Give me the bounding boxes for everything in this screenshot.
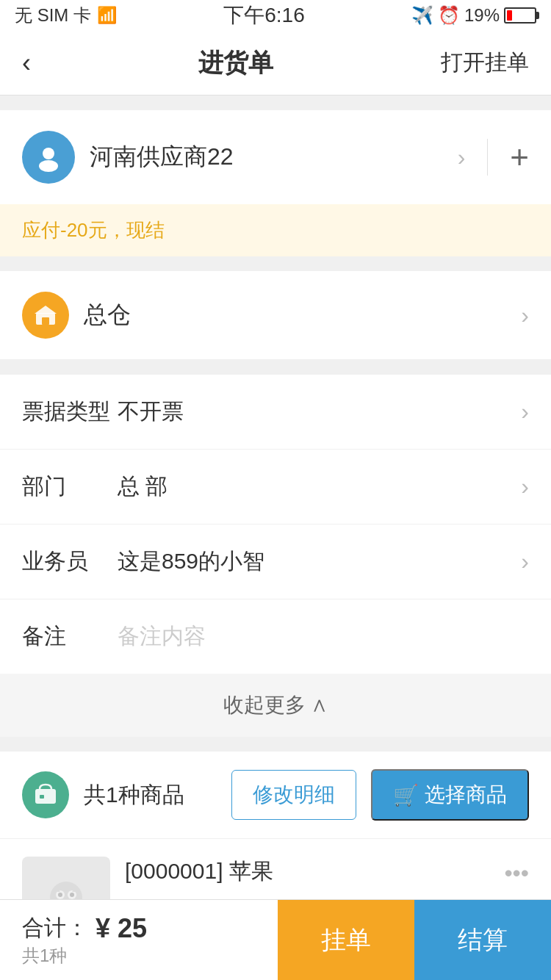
dept-chevron-icon: ›: [521, 473, 529, 500]
remark-row[interactable]: 备注 备注内容: [0, 599, 551, 674]
dept-value: 总 部: [118, 472, 521, 502]
battery-icon: [504, 7, 536, 24]
total-amount: ¥ 25: [96, 913, 147, 944]
svg-point-1: [39, 160, 58, 172]
sales-chevron-icon: ›: [521, 548, 529, 575]
supplier-avatar: [22, 131, 75, 184]
product-icon: [22, 771, 69, 818]
dept-row[interactable]: 部门 总 部 ›: [0, 449, 551, 524]
select-product-button[interactable]: 🛒 选择商品: [371, 769, 529, 821]
total-label: 合计：: [22, 913, 88, 944]
gap-2: [0, 256, 551, 271]
warehouse-icon: [22, 292, 69, 339]
location-icon: ✈️: [411, 5, 433, 26]
notice-text: 应付-20元，现结: [22, 219, 165, 241]
product-code: [0000001]: [125, 859, 229, 883]
total-sub-label: 共1种: [22, 944, 256, 968]
sales-label: 业务员: [22, 547, 118, 577]
alarm-icon: ⏰: [438, 5, 460, 26]
remark-label: 备注: [22, 621, 118, 652]
carrier-label: 无 SIM 卡: [15, 4, 91, 27]
back-button[interactable]: ‹: [22, 48, 31, 79]
product-name: [0000001] 苹果: [125, 857, 489, 887]
add-supplier-button[interactable]: +: [510, 139, 529, 176]
invoice-value: 不开票: [118, 397, 521, 427]
invoice-row[interactable]: 票据类型 不开票 ›: [0, 374, 551, 449]
battery-fill: [507, 10, 512, 21]
cart-icon: 🛒: [393, 783, 419, 807]
warehouse-row[interactable]: 总仓 ›: [0, 271, 551, 359]
sales-row[interactable]: 业务员 这是859的小智 ›: [0, 524, 551, 599]
warehouse-section: 总仓 ›: [0, 271, 551, 359]
supplier-row[interactable]: 河南供应商22 › +: [0, 110, 551, 204]
svg-point-11: [70, 893, 74, 897]
product-header: 共1种商品 修改明细 🛒 选择商品: [0, 752, 551, 838]
supplier-name: 河南供应商22: [90, 141, 458, 173]
svg-rect-6: [40, 795, 44, 799]
product-count: 共1种商品: [84, 780, 217, 810]
hold-button[interactable]: 挂单: [278, 900, 414, 981]
page-title: 进货单: [198, 46, 273, 80]
status-right: ✈️ ⏰ 19%: [411, 5, 536, 26]
svg-rect-5: [35, 789, 56, 804]
sales-value: 这是859的小智: [118, 547, 521, 577]
checkout-button[interactable]: 结算: [414, 900, 551, 981]
total-label-row: 合计： ¥ 25: [22, 913, 256, 944]
time-label: 下午6:16: [223, 1, 305, 29]
warehouse-chevron-icon: ›: [521, 302, 529, 329]
invoice-chevron-icon: ›: [521, 398, 529, 425]
status-left: 无 SIM 卡 📶: [15, 4, 117, 27]
collapse-label: 收起更多 ∧: [223, 693, 328, 716]
divider: [487, 139, 488, 176]
hold-label: 挂单: [321, 923, 371, 957]
total-section: 合计： ¥ 25 共1种: [0, 913, 278, 968]
supplier-chevron-icon: ›: [458, 144, 466, 171]
edit-detail-button[interactable]: 修改明细: [231, 770, 356, 820]
gap-3: [0, 359, 551, 374]
select-product-label: 选择商品: [425, 781, 507, 809]
wifi-icon: 📶: [97, 6, 117, 25]
bottom-bar: 合计： ¥ 25 共1种 挂单 结算: [0, 899, 551, 980]
battery-percent: 19%: [464, 5, 500, 26]
invoice-label: 票据类型: [22, 397, 118, 427]
supplier-right: › +: [458, 139, 529, 176]
svg-point-10: [58, 893, 62, 897]
checkout-label: 结算: [458, 923, 508, 957]
product-title: 苹果: [229, 859, 273, 883]
dept-label: 部门: [22, 472, 118, 502]
status-bar: 无 SIM 卡 📶 下午6:16 ✈️ ⏰ 19%: [0, 0, 551, 31]
svg-marker-3: [35, 306, 57, 314]
svg-rect-4: [42, 317, 49, 325]
gap-4: [0, 737, 551, 752]
gap-1: [0, 96, 551, 110]
collapse-button[interactable]: 收起更多 ∧: [0, 674, 551, 737]
nav-bar: ‹ 进货单 打开挂单: [0, 31, 551, 96]
supplier-section: 河南供应商22 › + 应付-20元，现结: [0, 110, 551, 256]
warehouse-name: 总仓: [84, 299, 521, 331]
notice-bar: 应付-20元，现结: [0, 204, 551, 256]
more-icon: •••: [504, 860, 529, 887]
open-hold-button[interactable]: 打开挂单: [441, 48, 529, 78]
svg-point-0: [43, 148, 54, 159]
form-section: 票据类型 不开票 › 部门 总 部 › 业务员 这是859的小智 › 备注 备注…: [0, 374, 551, 674]
remark-placeholder: 备注内容: [118, 621, 529, 652]
